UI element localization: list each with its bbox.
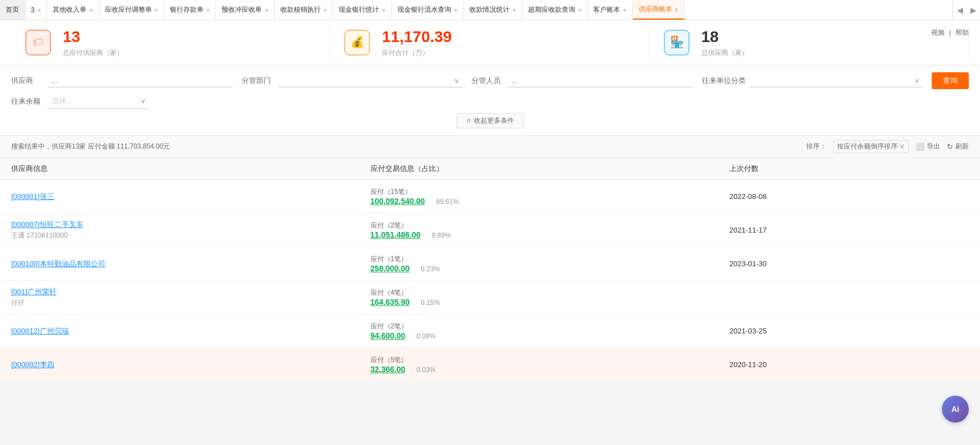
svg-text:💰: 💰 bbox=[350, 35, 364, 49]
nav-tab-customer-account-label: 客户账本 bbox=[593, 5, 620, 15]
help-link[interactable]: 帮助 bbox=[955, 28, 969, 38]
nav-tab-bank-deposit[interactable]: 银行存款单 × bbox=[164, 0, 216, 20]
summary-item-ap-amount: 💰 11,170.39 应付合计（万） bbox=[330, 27, 649, 58]
nav-arrow-left[interactable]: ◀ bbox=[953, 0, 967, 20]
vendor-filter-label: 供应商 bbox=[11, 76, 45, 86]
nav-tab-customer-account[interactable]: 客户账本 × bbox=[588, 0, 632, 20]
ap-cell-5: 应付（2笔） 94,600.00 0.08% bbox=[371, 320, 730, 342]
vendor-link-4[interactable]: [001]广州荣轩 bbox=[11, 287, 371, 297]
vendor-link-1[interactable]: [000001]张三 bbox=[11, 192, 371, 202]
col-ap-transaction: 应付交易信息（占比） bbox=[371, 164, 730, 174]
svg-text:🏷: 🏷 bbox=[33, 36, 44, 48]
nav-tab-customer-account-close[interactable]: × bbox=[623, 7, 626, 13]
nav-tab-vendor-account-close[interactable]: × bbox=[675, 6, 678, 13]
nav-tab-ap-adjust[interactable]: 应收应付调整单 × bbox=[99, 0, 164, 20]
last-pay-cell-4 bbox=[729, 286, 969, 308]
nav-tab-bank-deposit-label: 银行存款单 bbox=[170, 5, 204, 15]
top-navigation: 首页 3 × 其他收入单 × 应收应付调整单 × 银行存款单 × 预收冲应收单 … bbox=[0, 0, 980, 20]
ap-label-5: 应付（2笔） bbox=[371, 322, 730, 331]
ap-amount-5[interactable]: 94,600.00 bbox=[371, 331, 405, 340]
balance-filter-select[interactable]: 选择... ∨ bbox=[48, 94, 149, 109]
ap-amount-1[interactable]: 100,092,540.00 bbox=[371, 197, 425, 206]
nav-tab-overdue-collect-close[interactable]: × bbox=[578, 7, 581, 13]
divider: | bbox=[949, 29, 951, 37]
export-button[interactable]: ⬜ 导出 bbox=[916, 142, 940, 151]
ap-amount-2[interactable]: 11,051,486.00 bbox=[371, 230, 421, 239]
sort-select[interactable]: 按应付余额倒序排序 ∨ bbox=[833, 140, 909, 153]
table-header: 供应商信息 应付交易信息（占比） 上次付数 bbox=[0, 158, 980, 180]
refresh-button[interactable]: ↻ 刷新 bbox=[947, 142, 969, 151]
top-right-links: 视频 | 帮助 bbox=[931, 28, 969, 38]
ap-cell-6: 应付（5笔） 32,366.00 0.03% bbox=[371, 354, 730, 376]
money-icon: 💰 bbox=[341, 27, 373, 58]
nav-tab-receive-verify-close[interactable]: × bbox=[323, 7, 327, 13]
nav-tab-overdue-collect[interactable]: 超期应收款查询 × bbox=[523, 0, 588, 20]
nav-tab-ap-adjust-close[interactable]: × bbox=[155, 7, 158, 13]
ap-cell-2: 应付（2笔） 11,051,486.00 9.89% bbox=[371, 219, 730, 241]
ap-amount-label: 应付合计（万） bbox=[382, 48, 452, 58]
query-button[interactable]: 查询 bbox=[932, 72, 969, 89]
nav-tab-cash-bank-stat-label: 现金银行统计 bbox=[339, 5, 379, 15]
ap-amount-3[interactable]: 258,000.00 bbox=[371, 264, 410, 273]
vendor-cell-5: [000012]广州贝瑞 bbox=[11, 320, 371, 342]
nav-tab-other-income-close[interactable]: × bbox=[89, 7, 93, 13]
nav-tab-prepay-collect-close[interactable]: × bbox=[265, 7, 268, 13]
svg-text:🏪: 🏪 bbox=[669, 35, 683, 49]
last-pay-cell-1: 2022-08-08 bbox=[729, 186, 969, 207]
last-pay-date-3: 2023-01-30 bbox=[729, 259, 969, 268]
nav-tab-cash-bank-flow-label: 现金银行流水查询 bbox=[397, 5, 451, 15]
ap-amount-4[interactable]: 164,635.90 bbox=[371, 298, 410, 307]
ap-label-3: 应付（1笔） bbox=[371, 254, 730, 264]
ap-label-4: 应付（4笔） bbox=[371, 288, 730, 298]
nav-tab-home[interactable]: 首页 bbox=[0, 0, 25, 20]
nav-tab-cash-bank-stat-close[interactable]: × bbox=[382, 7, 385, 13]
vendor-filter-input[interactable] bbox=[48, 74, 233, 87]
last-pay-cell-3: 2023-01-30 bbox=[729, 253, 969, 275]
vendor-link-6[interactable]: [000002]李四 bbox=[11, 360, 371, 370]
nav-tab-other-income[interactable]: 其他收入单 × bbox=[47, 0, 99, 20]
vendor-link-2[interactable]: [000007]恒旺二手叉车 bbox=[11, 220, 371, 230]
nav-tab-cash-bank-flow-close[interactable]: × bbox=[454, 7, 457, 13]
vendor-link-3[interactable]: [000100]本特勤油品有限公司 bbox=[11, 259, 371, 269]
video-link[interactable]: 视频 bbox=[931, 28, 945, 38]
nav-tab-home-label: 首页 bbox=[6, 5, 19, 15]
last-pay-cell-6: 2020-11-20 bbox=[729, 354, 969, 376]
nav-tab-other-income-label: 其他收入单 bbox=[53, 5, 86, 15]
nav-tab-t3-close[interactable]: × bbox=[38, 7, 41, 13]
vendor-cell-6: [000002]李四 bbox=[11, 354, 371, 376]
table-row: [000002]李四 应付（5笔） 32,366.00 0.03% 2020-1… bbox=[0, 348, 980, 382]
collapse-filter-button[interactable]: ∧ 收起更多条件 bbox=[456, 113, 524, 128]
vendor-cell-4: [001]广州荣轩 仔仔 bbox=[11, 286, 371, 308]
ap-amount-6[interactable]: 32,366.00 bbox=[371, 365, 405, 374]
nav-arrow-right[interactable]: ▶ bbox=[967, 0, 980, 20]
vendor-cell-3: [000100]本特勤油品有限公司 bbox=[11, 253, 371, 275]
nav-tab-bank-deposit-close[interactable]: × bbox=[206, 7, 210, 13]
ap-percent-2: 9.89% bbox=[432, 231, 451, 239]
nav-tab-cash-bank-stat[interactable]: 现金银行统计 × bbox=[333, 0, 391, 20]
dept-filter-label: 分管部门 bbox=[242, 76, 275, 86]
result-info-bar: 搜索结果中，供应商13家 应付金额 111,703,854.00元 排序： 按应… bbox=[0, 136, 980, 158]
person-filter-input[interactable] bbox=[509, 74, 693, 87]
nav-tab-collect-stat-close[interactable]: × bbox=[512, 7, 516, 13]
dept-filter-select[interactable]: ∨ bbox=[279, 75, 463, 87]
vendor-link-5[interactable]: [000012]广州贝瑞 bbox=[11, 326, 371, 336]
filter-category: 往来单位分类 ∨ bbox=[702, 75, 923, 87]
balance-filter-label: 往来余额 bbox=[11, 96, 45, 106]
nav-tab-receive-verify[interactable]: 收款核销执行 × bbox=[275, 0, 333, 20]
summary-text-ap-amount: 11,170.39 应付合计（万） bbox=[382, 27, 452, 58]
ap-percent-3: 0.23% bbox=[421, 265, 440, 273]
nav-tab-prepay-collect[interactable]: 预收冲应收单 × bbox=[216, 0, 274, 20]
nav-tab-vendor-account[interactable]: 供应商账本 × bbox=[633, 0, 685, 20]
nav-tab-t3[interactable]: 3 × bbox=[25, 0, 47, 20]
nav-tab-overdue-collect-label: 超期应收款查询 bbox=[528, 5, 575, 15]
last-pay-date-5: 2021-03-25 bbox=[729, 327, 969, 335]
category-filter-select[interactable]: ∨ bbox=[749, 75, 923, 87]
nav-tab-collect-stat[interactable]: 收款情况统计 × bbox=[464, 0, 522, 20]
category-dropdown-arrow: ∨ bbox=[914, 77, 919, 85]
nav-tab-cash-bank-flow[interactable]: 现金银行流水查询 × bbox=[392, 0, 464, 20]
total-vendors-count: 18 bbox=[701, 27, 748, 47]
summary-text-ap-vendors: 13 总应付供应商（家） bbox=[63, 27, 123, 58]
vendor-sub-2: 王通 17106110000 bbox=[11, 231, 371, 240]
last-pay-date-1: 2022-08-08 bbox=[729, 192, 969, 201]
nav-tab-receive-verify-label: 收款核销执行 bbox=[280, 5, 321, 15]
